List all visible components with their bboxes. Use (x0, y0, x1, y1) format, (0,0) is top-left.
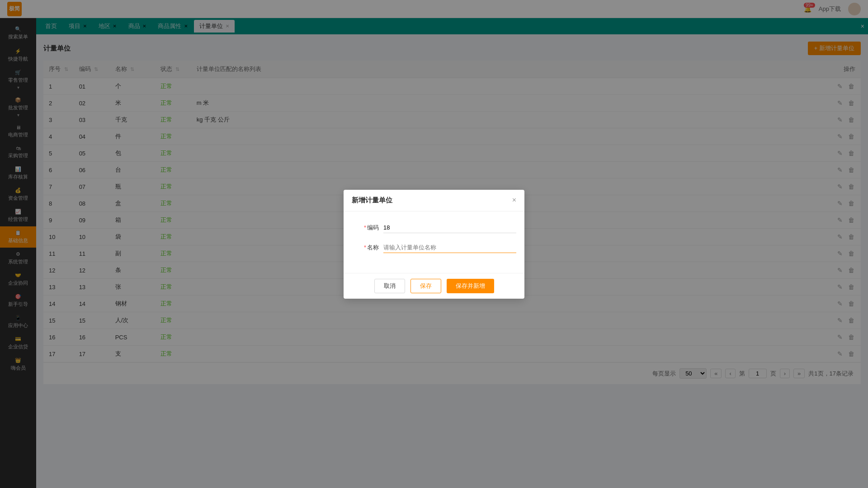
modal-title: 新增计量单位 (352, 196, 392, 205)
modal-close-button[interactable]: × (512, 196, 516, 204)
modal-body: *编码 *名称 (344, 211, 524, 273)
form-code-label: *编码 (352, 224, 379, 232)
modal-header: 新增计量单位 × (344, 190, 524, 211)
form-code-input[interactable] (383, 222, 516, 233)
form-name-label: *名称 (352, 244, 379, 252)
add-unit-modal: 新增计量单位 × *编码 *名称 取消 保存 保存并新增 (344, 190, 524, 299)
cancel-button[interactable]: 取消 (374, 279, 405, 293)
form-row-name: *名称 (352, 242, 516, 253)
form-name-input[interactable] (383, 242, 516, 253)
modal-footer: 取消 保存 保存并新增 (344, 273, 524, 299)
form-row-code: *编码 (352, 222, 516, 233)
save-button[interactable]: 保存 (410, 279, 441, 293)
save-and-new-button[interactable]: 保存并新增 (447, 279, 494, 293)
modal-overlay[interactable]: 新增计量单位 × *编码 *名称 取消 保存 保存并新增 (0, 0, 868, 488)
